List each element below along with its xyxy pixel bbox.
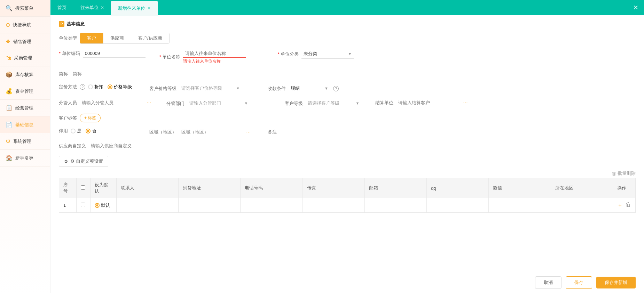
row-email-input[interactable]	[369, 203, 422, 208]
custom-settings-button[interactable]: ⚙ ⚙ 自定义项设置	[59, 156, 108, 167]
tab-partners[interactable]: 往来单位 ✕	[73, 0, 111, 15]
row-email[interactable]	[364, 198, 426, 213]
save-button[interactable]: 保存	[566, 276, 592, 289]
sidebar-item-sales[interactable]: ❖ 销售管理	[0, 33, 50, 50]
row-phone[interactable]	[241, 198, 303, 213]
main-content: 首页 往来单位 ✕ 新增往来单位 ✕ ✕ P 基本信息 单位类型 客户 供应商 …	[50, 0, 644, 293]
sidebar-item-inventory[interactable]: 📦 库存核算	[0, 66, 50, 83]
type-btn-customer[interactable]: 客户	[80, 33, 103, 43]
sidebar-item-label: 搜索菜单	[15, 5, 33, 11]
row-actions: ＋ 🗑	[613, 198, 635, 213]
pricing-help-icon[interactable]: ?	[80, 84, 85, 90]
sidebar-item-finance[interactable]: 💰 资金管理	[0, 83, 50, 100]
row-wechat[interactable]	[489, 198, 551, 213]
customer-level-select[interactable]: 请选择客户等级 ▼	[306, 99, 361, 108]
type-btn-supplier[interactable]: 供应商	[103, 33, 131, 43]
region-input[interactable]	[179, 128, 242, 136]
region-more-btn[interactable]: ···	[245, 129, 252, 135]
customer-level-field: 客户等级 请选择客户等级 ▼	[285, 99, 361, 108]
page-content: P 基本信息 单位类型 客户 供应商 客户/供应商 单位编码 单位名称	[50, 15, 644, 272]
col-area: 所在地区	[551, 178, 613, 198]
tab-home[interactable]: 首页	[50, 0, 73, 15]
type-btn-both[interactable]: 客户/供应商	[131, 33, 169, 43]
row-address-input[interactable]	[183, 203, 236, 208]
remarks-input[interactable]	[280, 128, 349, 136]
tab-close-active-icon[interactable]: ✕	[147, 6, 151, 11]
sidebar-item-label: 系统管理	[13, 138, 31, 145]
unit-category-label: 单位分类	[278, 51, 299, 57]
col-phone: 电话号码	[241, 178, 303, 198]
region-label: 区域（地区）	[149, 129, 176, 135]
sidebar-item-label: 资金管理	[15, 88, 33, 95]
unit-name-error: 请输入往来单位名称	[183, 58, 246, 64]
short-name-input[interactable]	[71, 70, 140, 78]
tab-new-partner[interactable]: 新增往来单位 ✕	[111, 1, 158, 16]
select-all-checkbox[interactable]	[81, 185, 85, 190]
sidebar-item-system[interactable]: ⚙ 系统管理	[0, 133, 50, 150]
row-radio-circle	[95, 203, 100, 208]
batch-delete-label: 批量删除	[618, 170, 636, 177]
sidebar-item-guide[interactable]: 🏠 新手引导	[0, 150, 50, 166]
col-contact: 联系人	[116, 178, 178, 198]
manager-input[interactable]	[80, 99, 142, 107]
payment-terms-select[interactable]: 现结 ▼	[289, 84, 330, 93]
unit-category-field: 单位分类 未分类 ▼	[278, 49, 354, 59]
row-delete-button[interactable]: 🗑	[626, 202, 631, 209]
customer-price-level-select[interactable]: 请选择客户价格等级 ▼	[179, 84, 242, 93]
row-address[interactable]	[179, 198, 241, 213]
sidebar-item-operations[interactable]: 📋 经营管理	[0, 100, 50, 116]
row-area-input[interactable]	[555, 203, 608, 208]
contacts-table: 序号 设为默认 联系人 到货地址 电话号码 传真 邮箱 qq 微信 所在地区 操…	[59, 178, 636, 213]
save-new-button[interactable]: 保存并新增	[596, 277, 636, 288]
gear-icon: ⚙	[64, 159, 68, 164]
row-qq-input[interactable]	[431, 203, 484, 208]
sidebar-item-search[interactable]: 🔍 搜索菜单	[0, 0, 50, 17]
unit-code-label: 单位编码	[59, 50, 80, 57]
row-qq[interactable]	[427, 198, 489, 213]
radio-circle-no	[86, 129, 91, 133]
sidebar-item-quick-nav[interactable]: ⊙ 快捷导航	[0, 17, 50, 33]
table-header-row: 序号 设为默认 联系人 到货地址 电话号码 传真 邮箱 qq 微信 所在地区 操…	[59, 178, 636, 198]
row-contact[interactable]	[116, 198, 178, 213]
row-checkbox	[77, 198, 91, 213]
manager-more-btn[interactable]: ···	[145, 100, 152, 106]
row-checkbox-input[interactable]	[81, 203, 85, 207]
add-tag-button[interactable]: + 标签	[80, 114, 101, 122]
department-select[interactable]: 请输入分管部门 ▼	[187, 99, 250, 108]
supplier-custom-input[interactable]	[89, 142, 158, 150]
settlement-unit-input[interactable]	[396, 99, 459, 107]
settlement-unit-more-btn[interactable]: ···	[462, 100, 469, 106]
supplier-custom-field: 供应商自定义	[59, 142, 158, 150]
tab-label: 往来单位	[80, 5, 99, 11]
pricing-radio-discount[interactable]: 折扣	[88, 84, 103, 90]
row-fax[interactable]	[303, 198, 364, 213]
row-contact-input[interactable]	[121, 203, 174, 208]
row-phone-input[interactable]	[245, 203, 298, 208]
delete-icon: 🗑	[612, 171, 616, 176]
tab-label: 新增往来单位	[118, 5, 145, 11]
batch-delete-button[interactable]: 🗑 批量删除	[612, 170, 636, 177]
disabled-radio-group: 是 否	[71, 128, 96, 134]
sidebar-item-base-info[interactable]: 📄 基础信息	[0, 116, 50, 133]
tab-close-icon[interactable]: ✕	[101, 5, 104, 10]
row-add-button[interactable]: ＋	[617, 202, 623, 209]
unit-code-input[interactable]	[83, 49, 146, 58]
disabled-no[interactable]: 否	[86, 128, 96, 134]
pricing-radio-level[interactable]: 价格等级	[108, 84, 132, 90]
unit-name-input[interactable]	[183, 49, 246, 58]
row-fax-input[interactable]	[307, 203, 360, 208]
row-area[interactable]	[551, 198, 613, 213]
payment-terms-help-icon[interactable]: ?	[333, 86, 339, 91]
col-seq: 序号	[59, 178, 77, 198]
sidebar-item-label: 新手引导	[15, 155, 33, 161]
unit-name-group: 请输入往来单位名称	[183, 49, 246, 64]
disabled-yes[interactable]: 是	[71, 128, 81, 134]
sidebar-item-purchase[interactable]: 🛍 采购管理	[0, 50, 50, 66]
tab-label: 首页	[57, 5, 66, 11]
row-wechat-input[interactable]	[493, 203, 546, 208]
unit-category-select[interactable]: 未分类 ▼	[301, 49, 354, 59]
window-close-button[interactable]: ✕	[633, 4, 644, 11]
row-default-radio[interactable]: 默认	[95, 202, 112, 209]
unit-name-field: 单位名称 请输入往来单位名称	[159, 49, 264, 64]
cancel-button[interactable]: 取消	[535, 276, 561, 289]
